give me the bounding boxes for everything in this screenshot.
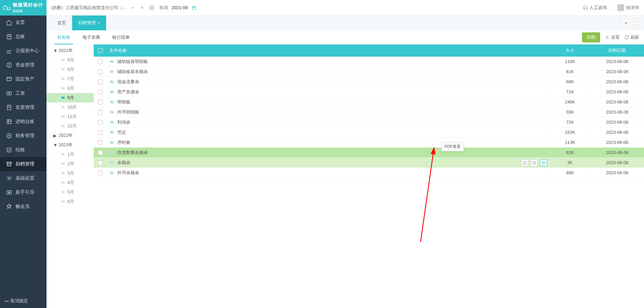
table-row[interactable]: 序时账 113K 2023-06-06 — [94, 137, 644, 148]
chevron-down-icon[interactable] — [130, 5, 136, 11]
svg-point-20 — [8, 178, 10, 179]
tree-month[interactable]: 5月 — [47, 187, 94, 197]
folder-icon — [61, 199, 65, 204]
nav-item-settings[interactable]: 基础设置 — [0, 171, 47, 185]
folder-icon — [61, 152, 65, 156]
row-checkbox[interactable] — [98, 160, 103, 165]
row-checkbox[interactable] — [98, 110, 103, 115]
tree-month[interactable]: 3月 — [47, 168, 94, 178]
page-tab[interactable]: 归档管理× — [72, 16, 106, 30]
consult-label: 人工咨询 — [589, 5, 607, 11]
tree-month[interactable]: 12月 — [47, 121, 94, 131]
table-row[interactable]: 凭证 163K 2023-06-06 — [94, 127, 644, 137]
table-row[interactable]: 存货数量余额表 62K 2023-06-06 — [94, 148, 644, 158]
nav-item-tax[interactable]: 税务管理 — [0, 129, 47, 143]
calendar-icon[interactable] — [191, 5, 197, 11]
nav-item-home[interactable]: 首页 — [0, 16, 47, 30]
nav-item-member[interactable]: 畅会员 — [0, 199, 47, 214]
table-row[interactable]: 辅助核算明细账 116K 2023-06-06 — [94, 57, 644, 67]
tree-month[interactable]: 11月 — [47, 112, 94, 121]
nav-item-asset[interactable]: 固定资产 — [0, 72, 47, 86]
row-checkbox[interactable] — [98, 130, 103, 135]
table-row[interactable]: 外币明细账 55K 2023-06-06 — [94, 107, 644, 117]
archive-button[interactable]: 归档 — [582, 32, 600, 42]
headset-icon — [583, 5, 588, 10]
tree-year[interactable]: ▼2021年 — [47, 46, 94, 55]
gear-icon[interactable] — [149, 5, 155, 11]
view-pdf-icon[interactable] — [540, 159, 547, 166]
period-value[interactable]: 2021-09 — [172, 5, 188, 10]
row-checkbox[interactable] — [98, 140, 103, 145]
tree-month[interactable]: 6月 — [47, 197, 94, 206]
archive-date: 2023-06-06 — [590, 99, 644, 104]
tree-month[interactable]: 2月 — [47, 159, 94, 168]
nav-item-archive[interactable]: 归档管理 — [0, 157, 47, 171]
row-checkbox[interactable] — [98, 90, 103, 94]
table-row[interactable]: 辅助核算余额表 81K 2023-06-06 — [94, 67, 644, 77]
tree-month[interactable]: 1月 — [47, 150, 94, 159]
nav-item-salary[interactable]: 工资 — [0, 86, 47, 100]
row-checkbox[interactable] — [98, 69, 103, 74]
table-row[interactable]: 资产负债表 71K 2023-06-06 — [94, 87, 644, 97]
row-checkbox[interactable] — [98, 120, 103, 125]
tab-label: 归档管理 — [78, 20, 96, 26]
download-pdf-icon[interactable]: P — [531, 159, 538, 166]
tree-month[interactable]: 9月 — [47, 93, 94, 102]
brand-edition: 旗舰版 — [13, 9, 43, 13]
select-all-checkbox[interactable] — [98, 48, 103, 53]
fullscreen-button[interactable]: ⛶ — [633, 19, 641, 27]
table-header: 文件名称 大小 归档日期 — [94, 44, 644, 57]
avatar — [617, 4, 624, 11]
nav-label: 归档管理 — [16, 161, 34, 167]
sub-tab[interactable]: 财务账 — [51, 30, 76, 44]
settings-link[interactable]: 设置 — [605, 34, 620, 40]
row-checkbox[interactable] — [98, 80, 103, 84]
user-menu[interactable]: 徐泽华 — [617, 4, 639, 11]
nav-item-invoice[interactable]: 发票管理 — [0, 100, 47, 115]
row-checkbox[interactable] — [98, 100, 103, 104]
company-selector[interactable]: (勿删）江西服宝精品有限责任公司（... — [51, 5, 126, 11]
download-excel-icon[interactable]: X — [521, 159, 528, 166]
tree-month[interactable]: 5月 — [47, 55, 94, 65]
nav-item-ledger[interactable]: 总账 — [0, 30, 47, 44]
month-label: 5月 — [67, 189, 74, 195]
nav-label: 工资 — [16, 90, 25, 96]
plus-icon[interactable] — [139, 5, 145, 11]
nav-item-guide[interactable]: 新手引导 — [0, 185, 47, 199]
topbar: (勿删）江西服宝精品有限责任公司（... 账期 2021-09 人工咨询 | 徐… — [47, 0, 644, 16]
archive-date: 2023-06-06 — [590, 130, 644, 135]
page-tab[interactable]: 首页 — [51, 16, 72, 30]
folder-icon — [109, 140, 115, 145]
sub-tab[interactable]: 银行回单 — [106, 30, 136, 44]
nav-item-stock[interactable]: 进销台账 — [0, 115, 47, 129]
table-row[interactable]: 利润表 72K 2023-06-06 — [94, 117, 644, 127]
tree-month[interactable]: 7月 — [47, 74, 94, 84]
tab-close-icon[interactable]: × — [98, 21, 100, 25]
file-name: 利润表 — [117, 119, 130, 125]
table-row[interactable]: 外币余额表 48K 2023-06-06 — [94, 168, 644, 178]
nav-item-money[interactable]: ¥资金管理 — [0, 58, 47, 72]
tree-month[interactable]: 10月 — [47, 102, 94, 112]
refresh-link[interactable]: 刷新 — [624, 34, 639, 40]
nav-item-close[interactable]: 结账 — [0, 143, 47, 157]
sub-tab[interactable]: 电子发票 — [76, 30, 106, 44]
nav-label: 畅会员 — [16, 204, 30, 210]
tree-year[interactable]: ▼2023年 — [47, 140, 94, 150]
table-row[interactable]: 明细账 246K 2023-06-06 — [94, 97, 644, 107]
tree-month[interactable]: 4月 — [47, 178, 94, 187]
consult-link[interactable]: 人工咨询 — [583, 5, 607, 11]
period-label: 账期 — [159, 5, 168, 11]
row-checkbox[interactable] — [98, 59, 103, 64]
tree-year[interactable]: ▶2022年 — [47, 131, 94, 140]
tree-month[interactable]: 6月 — [47, 65, 94, 74]
row-checkbox[interactable] — [98, 171, 103, 175]
close-tab-button[interactable]: ✕ — [622, 19, 630, 27]
asset-icon — [6, 76, 12, 82]
tree-month[interactable]: 8月 — [47, 84, 94, 93]
sidebar-unpin[interactable]: ↤ 取消固定 — [0, 294, 47, 308]
nav-item-chart[interactable]: 云报表中心 — [0, 44, 47, 58]
table-row[interactable]: 现金流量表 66K 2023-06-06 — [94, 77, 644, 87]
table-row[interactable]: 余额表 X P 3K 2023-06-06 — [94, 158, 644, 168]
row-checkbox[interactable] — [98, 150, 103, 155]
nav-label: 资金管理 — [16, 62, 34, 68]
